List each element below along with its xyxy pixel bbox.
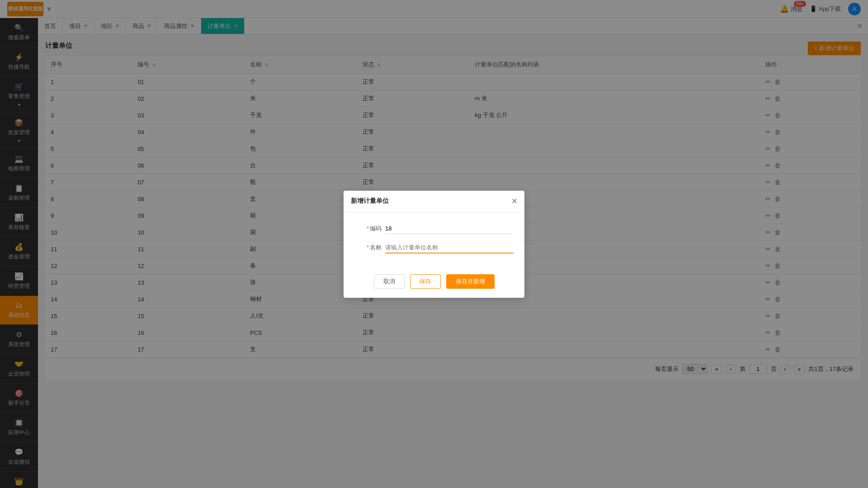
modal-header: 新增计量单位 ✕ <box>344 191 524 212</box>
modal-close-button[interactable]: ✕ <box>511 197 517 206</box>
save-button[interactable]: 保存 <box>410 274 441 289</box>
code-input[interactable] <box>385 223 514 234</box>
form-row-code: *编码 <box>354 223 514 234</box>
name-input[interactable] <box>385 242 514 253</box>
form-row-name: *名称 <box>354 242 514 253</box>
modal-body: *编码 *名称 <box>344 212 524 269</box>
save-new-button[interactable]: 保存并新增 <box>446 274 495 289</box>
modal-footer: 取消 保存 保存并新增 <box>344 269 524 298</box>
cancel-button[interactable]: 取消 <box>374 274 405 289</box>
add-unit-modal: 新增计量单位 ✕ *编码 *名称 取消 保存 保存并新增 <box>344 191 524 298</box>
code-label: *编码 <box>354 225 382 233</box>
modal-overlay[interactable]: 新增计量单位 ✕ *编码 *名称 取消 保存 保存并新增 <box>0 0 868 488</box>
name-label: *名称 <box>354 244 382 252</box>
modal-title: 新增计量单位 <box>351 197 389 205</box>
